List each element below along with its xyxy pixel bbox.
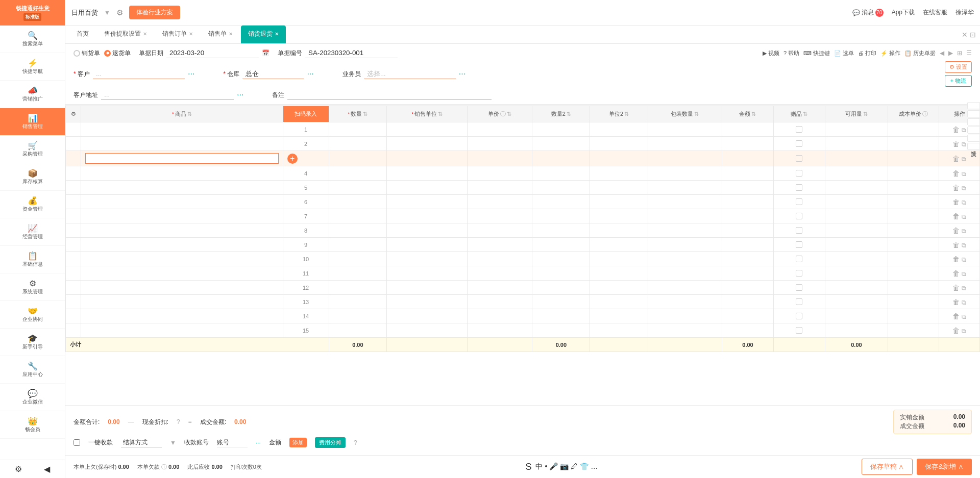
row-sales-unit-8[interactable] — [387, 223, 468, 238]
date-input[interactable] — [166, 48, 259, 58]
price-info-icon[interactable]: ⓘ — [500, 110, 506, 118]
account-dots[interactable]: ··· — [256, 439, 261, 446]
copy-icon-8[interactable]: ⧉ — [962, 228, 966, 235]
row-cost-price-13[interactable] — [888, 295, 939, 309]
copy-icon-3[interactable]: ⧉ — [962, 156, 966, 163]
row-gift-15[interactable] — [773, 323, 825, 338]
customer-select-btn[interactable]: ··· — [188, 69, 194, 79]
row-cost-price-3[interactable] — [888, 151, 939, 166]
grid-view-icon[interactable]: ⊞ — [957, 49, 962, 57]
row-unit-price-14[interactable] — [468, 309, 532, 323]
th-settings[interactable]: ⚙ — [66, 106, 81, 122]
row-unit2-10[interactable] — [590, 252, 648, 266]
unit2-sort-icon[interactable]: ⇅ — [624, 111, 629, 117]
tab-close-icon[interactable]: ✕ — [275, 31, 279, 37]
add-payment-btn[interactable]: 添加 — [289, 438, 307, 447]
row-qty-4[interactable] — [329, 166, 387, 181]
row-pack-qty-5[interactable] — [648, 181, 722, 195]
row-amount-3[interactable] — [722, 151, 774, 166]
row-cost-price-1[interactable] — [888, 122, 939, 137]
add-logistics-btn[interactable]: + 物流 — [945, 75, 972, 87]
tab-2[interactable]: 销售订单✕ — [155, 26, 200, 43]
gift-checkbox-4[interactable] — [796, 170, 802, 177]
row-unit-price-10[interactable] — [468, 252, 532, 266]
row-sales-unit-3[interactable] — [387, 151, 468, 166]
product-input-3[interactable] — [85, 153, 279, 164]
right-float-btn-3[interactable]: 收藏 — [967, 127, 980, 134]
dropdown-icon[interactable]: ▼ — [104, 9, 110, 16]
row-qty2-9[interactable] — [532, 238, 590, 252]
row-cost-price-12[interactable] — [888, 281, 939, 295]
row-available-3[interactable] — [825, 151, 888, 166]
row-product-13[interactable] — [81, 295, 283, 309]
sidebar-item-新手引导[interactable]: 🎓新手引导 — [0, 329, 65, 356]
delete-icon-5[interactable]: 🗑 — [952, 184, 960, 192]
row-gift-5[interactable] — [773, 181, 825, 195]
sidebar-item-经营管理[interactable]: 📈经营管理 — [0, 218, 65, 246]
row-amount-6[interactable] — [722, 195, 774, 209]
app-download-btn[interactable]: App下载 — [892, 8, 915, 17]
row-unit-price-11[interactable] — [468, 266, 532, 281]
copy-icon-5[interactable]: ⧉ — [962, 185, 966, 192]
row-qty2-6[interactable] — [532, 195, 590, 209]
row-pack-qty-4[interactable] — [648, 166, 722, 181]
delete-icon-9[interactable]: 🗑 — [952, 241, 960, 249]
gift-checkbox-15[interactable] — [796, 327, 802, 334]
row-pack-qty-13[interactable] — [648, 295, 722, 309]
close-window-icon[interactable]: ✕ — [962, 31, 968, 39]
row-pack-qty-6[interactable] — [648, 195, 722, 209]
product-sort-icon[interactable]: ⇅ — [187, 111, 192, 117]
row-cost-price-4[interactable] — [888, 166, 939, 181]
row-amount-7[interactable] — [722, 209, 774, 223]
fee-split-btn[interactable]: 费用分摊 — [315, 437, 346, 448]
discount-info-icon[interactable]: ? — [177, 418, 180, 425]
row-unit2-12[interactable] — [590, 281, 648, 295]
row-available-1[interactable] — [825, 122, 888, 137]
row-gift-2[interactable] — [773, 137, 825, 151]
row-pack-qty-3[interactable] — [648, 151, 722, 166]
row-pack-qty-11[interactable] — [648, 266, 722, 281]
row-pack-qty-2[interactable] — [648, 137, 722, 151]
save-draft-btn[interactable]: 保存草稿 ∧ — [862, 459, 913, 475]
row-gift-10[interactable] — [773, 252, 825, 266]
gift-sort-icon[interactable]: ⇅ — [803, 111, 807, 117]
row-gift-1[interactable] — [773, 122, 825, 137]
row-amount-11[interactable] — [722, 266, 774, 281]
nav-prev-icon[interactable]: ◀ — [940, 49, 944, 57]
row-sales-unit-11[interactable] — [387, 266, 468, 281]
gear-icon[interactable]: ⚙ — [116, 8, 123, 17]
row-pack-qty-12[interactable] — [648, 281, 722, 295]
sidebar-item-基础信息[interactable]: 📋基础信息 — [0, 246, 65, 273]
row-sales-unit-15[interactable] — [387, 323, 468, 338]
row-unit2-8[interactable] — [590, 223, 648, 238]
select-btn[interactable]: 📄 选单 — [834, 49, 854, 57]
delete-icon-13[interactable]: 🗑 — [952, 298, 960, 306]
row-pack-qty-10[interactable] — [648, 252, 722, 266]
delete-icon-3[interactable]: 🗑 — [952, 155, 960, 163]
row-available-7[interactable] — [825, 209, 888, 223]
video-btn[interactable]: ▶ 视频 — [763, 49, 779, 57]
customer-input[interactable] — [93, 69, 185, 79]
row-sales-unit-1[interactable] — [387, 122, 468, 137]
gift-checkbox-7[interactable] — [796, 213, 802, 219]
row-gift-6[interactable] — [773, 195, 825, 209]
row-qty2-5[interactable] — [532, 181, 590, 195]
row-unit-price-6[interactable] — [468, 195, 532, 209]
delete-icon-11[interactable]: 🗑 — [952, 269, 960, 278]
gift-checkbox-10[interactable] — [796, 256, 802, 262]
row-unit2-3[interactable] — [590, 151, 648, 166]
tab-4[interactable]: 销货退货✕ — [241, 26, 286, 43]
row-qty-1[interactable] — [329, 122, 387, 137]
row-unit-price-12[interactable] — [468, 281, 532, 295]
sidebar-item-采购管理[interactable]: 🛒采购管理 — [0, 136, 65, 163]
sidebar-item-快捷导航[interactable]: ⚡快捷导航 — [0, 53, 65, 81]
row-unit2-9[interactable] — [590, 238, 648, 252]
row-unit2-6[interactable] — [590, 195, 648, 209]
tool4[interactable]: 📷 — [560, 462, 569, 471]
help-btn[interactable]: ? 帮助 — [783, 49, 799, 57]
collapse-icon[interactable]: ◀ — [44, 464, 50, 474]
row-gift-9[interactable] — [773, 238, 825, 252]
row-available-9[interactable] — [825, 238, 888, 252]
radio-sales[interactable]: 销货单 — [74, 49, 100, 58]
tab-1[interactable]: 售价提取设置✕ — [97, 26, 154, 43]
